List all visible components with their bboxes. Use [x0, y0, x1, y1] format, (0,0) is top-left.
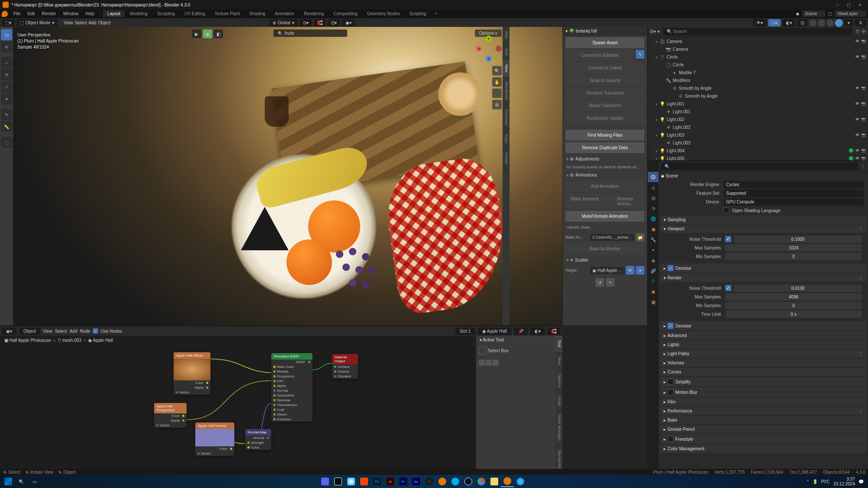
adjustments-header[interactable]: ▿ ⚙ Adjustments [563, 155, 647, 163]
find-missing-button[interactable]: Find Missing Files [566, 130, 644, 141]
workspace-tab-scripting[interactable]: Scripting [405, 10, 431, 17]
outliner-row[interactable]: ▸💡Light.002👁📷 [648, 115, 868, 123]
shader-overlays[interactable]: ◐▾ [530, 328, 545, 335]
workspace-tab-sculpting[interactable]: Sculpting [153, 10, 179, 17]
outliner-row[interactable]: ▸▽Circle👁📷 [648, 53, 868, 61]
bake-folder-browse-button[interactable]: 📁 [636, 233, 644, 242]
outliner-row[interactable]: ▸💡Light.001👁📷 [648, 100, 868, 108]
vp-min-input[interactable]: 0 [725, 253, 862, 260]
scatter-header[interactable]: ▿ ✦ Scatter [563, 256, 647, 264]
workspace-tab-rendering[interactable]: Rendering [299, 10, 328, 17]
properties-scene-path[interactable]: ◆ Scene [658, 172, 868, 180]
film-panel-header[interactable]: ▸ Film [660, 398, 866, 406]
blender-icon[interactable] [2, 11, 8, 17]
workspace-tab-shading[interactable]: Shading [245, 10, 270, 17]
camera-view-button[interactable]: 🎥 [492, 88, 502, 98]
viewport-search-input[interactable]: 🔍 fruits [273, 29, 347, 37]
viewport-menu-select[interactable]: Select [75, 20, 87, 25]
shader-tab-nodewrangler[interactable]: Node Wrangler [556, 410, 562, 445]
viewport-panel-header[interactable]: ▾ Viewport⋮ [660, 225, 866, 233]
axis-x-neg[interactable]: -X [476, 46, 482, 52]
tool-measure[interactable]: 📏 [1, 121, 12, 132]
use-nodes-label[interactable]: Use Nodes [101, 329, 122, 334]
close-button[interactable]: ✕ [854, 1, 865, 9]
scatter-pick-button[interactable]: ✦ [636, 266, 644, 275]
crumb-material[interactable]: ◉ Apple Half [88, 338, 113, 343]
shading-matprev[interactable] [827, 20, 834, 26]
npanel-tab-tool[interactable]: Tool [503, 44, 510, 60]
tool-rotate[interactable]: ⟲ [1, 69, 12, 80]
npanel-tab-blenderkit[interactable]: BlenderKit [503, 77, 510, 105]
axis-y[interactable]: Y [486, 36, 492, 42]
tray-lang[interactable]: РУС [821, 479, 830, 484]
r-denoise-toggle[interactable]: ✓ [667, 323, 674, 329]
viewport-menu-view[interactable]: View [64, 20, 73, 25]
active-tool-header[interactable]: ▾ Active Tool [476, 336, 562, 344]
taskbar-app-blender[interactable] [436, 476, 449, 487]
viewport-render-region[interactable] [13, 27, 562, 325]
properties-tab-material[interactable]: ◉ [648, 286, 658, 297]
vp-noise-input[interactable]: 0.1000 [734, 236, 862, 243]
remove-duplicate-button[interactable]: Remove Duplicate Data [566, 142, 644, 153]
remove-animation-button[interactable]: Remove Anima... [606, 193, 644, 209]
taskbar-app-ai[interactable]: Ai [384, 476, 397, 487]
workspace-tab-texpaint[interactable]: Texture Paint [210, 10, 244, 17]
shader-tab-tool[interactable]: Tool [556, 336, 562, 352]
node-image-texture-normal[interactable]: Apple Half Normal ColorVector [195, 422, 234, 456]
menu-file[interactable]: File [10, 10, 23, 17]
r-min-input[interactable]: 0 [725, 302, 862, 309]
volumes-panel-header[interactable]: ▸ Volumes [660, 359, 866, 367]
taskbar-app-ae[interactable]: Ae [410, 476, 423, 487]
simplify-toggle[interactable] [667, 379, 674, 385]
curves-panel-header[interactable]: ▸ Curves [660, 368, 866, 376]
snap-type-dropdown[interactable]: ⊡▾ [328, 19, 340, 26]
outliner-row[interactable]: 🔧Modifiers [648, 76, 868, 84]
outliner-row[interactable]: ▸💡Light.003👁📷 [648, 131, 868, 139]
start-button[interactable] [2, 476, 15, 487]
menu-window[interactable]: Window [60, 10, 82, 17]
vp-noise-checkbox[interactable]: ✓ [725, 236, 731, 242]
orientation-dropdown[interactable]: ⊚ Global ▾ [269, 19, 298, 26]
vp-denoise-panel-header[interactable]: ▸ ✓ Denoise [660, 263, 866, 273]
r-denoise-panel-header[interactable]: ▸ ✓ Denoise [660, 321, 866, 331]
npanel-tab-item[interactable]: Item [503, 27, 510, 44]
properties-tab-particles[interactable]: ✦ [648, 245, 658, 255]
outliner-search-input[interactable]: 🔍 Search [663, 28, 852, 35]
properties-tab-world[interactable]: 🌐 [648, 213, 658, 224]
outliner-row[interactable]: ●Marble 7 [648, 69, 868, 76]
crumb-object[interactable]: ▣ Half Apple Photoscan [4, 338, 51, 343]
grease-panel-header[interactable]: ▸ Grease Pencil [660, 425, 866, 433]
bake-alembic-button[interactable]: Bake to Alembic [566, 243, 644, 254]
windows-taskbar[interactable]: 🔍 ▭ Ps Ai Pr Ae ˄ 🔋 РУС 3:3710.12.2024 💬 [0, 475, 868, 488]
tray-notifications[interactable]: 💬 [858, 479, 864, 484]
r-time-input[interactable]: 0 s [725, 311, 862, 318]
node-material-output[interactable]: Material Output SurfaceVolumeDisplace [332, 354, 358, 379]
shading-options[interactable]: ▾ [844, 19, 853, 26]
scatter-target-input[interactable]: ▣ Half Apple Photos... [590, 267, 625, 274]
taskbar-app-2[interactable] [332, 476, 345, 487]
npanel-tab-shortcuts[interactable]: Shortcuts [503, 105, 510, 130]
shading-solid[interactable] [818, 20, 825, 26]
taskbar-app-obs[interactable] [423, 476, 436, 487]
tool-annotate[interactable]: ✎ [1, 109, 12, 120]
outliner-row[interactable]: ⚙Smooth by Angle👁📷 [648, 84, 868, 92]
overlays-toggle[interactable]: ◐▾ [783, 19, 796, 26]
snap-ground-button[interactable]: Snap to Ground [566, 75, 644, 86]
tray-expand[interactable]: ˄ [807, 479, 809, 484]
workspace-tab-animation[interactable]: Animation [270, 10, 298, 17]
lights-panel-header[interactable]: ▸ Lights [660, 341, 866, 349]
outliner-row[interactable]: 📷Camera [648, 45, 868, 53]
outliner-row[interactable]: ▸🎥Camera👁📷 [648, 37, 868, 45]
animations-header[interactable]: ▿ ⚙ Animations [563, 171, 647, 179]
shader-tab-options[interactable]: Options [556, 370, 562, 392]
3d-viewport[interactable]: ▭ ✛ ↔ ⟲ ⤢ ✦ ✎ 📏 ⬚ [0, 27, 562, 325]
make-instance-button[interactable]: Make Instance [566, 193, 604, 209]
header-btn-3[interactable]: ◧ [214, 29, 223, 38]
node-normal-map[interactable]: Normal Map Normal StrengthColor [245, 429, 271, 450]
shader-tab-view[interactable]: View [556, 352, 562, 370]
pause-render-button[interactable]: ⏸ [855, 19, 866, 26]
randomize-variant-button[interactable]: Randomize Variant [566, 113, 644, 124]
shader-menu-view[interactable]: View [43, 329, 53, 334]
mode-dropdown[interactable]: ⬚Object Mode ▾ [16, 19, 58, 26]
viewport-menu-add[interactable]: Add [89, 20, 96, 25]
